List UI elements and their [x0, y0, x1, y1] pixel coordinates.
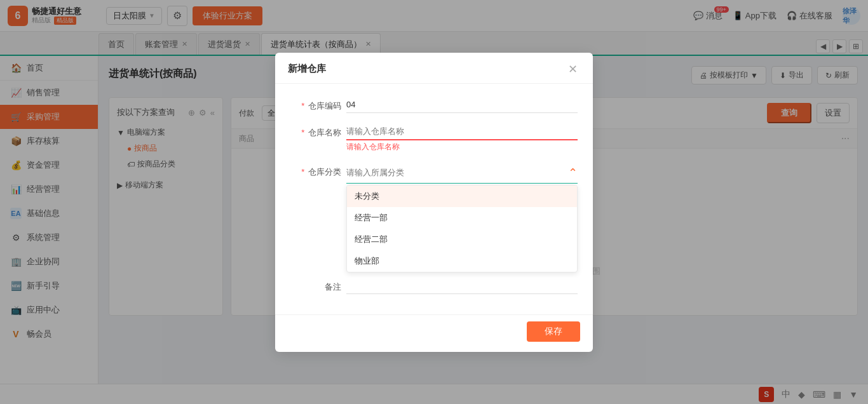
dropdown-item-dept1[interactable]: 经营一部 — [347, 207, 577, 229]
classify-label: * 仓库分类 — [290, 163, 341, 178]
modal-title: 新增仓库 — [288, 63, 326, 75]
classify-wrapper: ⌃ 未分类 经营一部 经营二部 物业部 — [346, 163, 578, 273]
modal-body: * 仓库编码 * 仓库名称 请输入仓库名称 * — [275, 84, 593, 314]
classify-dropdown: 未分类 经营一部 经营二部 物业部 — [346, 185, 578, 273]
dropdown-dept1-label: 经营一部 — [355, 213, 388, 222]
dropdown-unclassified-label: 未分类 — [355, 191, 379, 201]
code-label: * 仓库编码 — [290, 97, 341, 112]
code-required-star: * — [301, 101, 304, 111]
dropdown-item-unclassified[interactable]: 未分类 — [347, 185, 577, 207]
dropdown-item-dept3[interactable]: 物业部 — [347, 250, 577, 272]
form-row-code: * 仓库编码 — [290, 97, 578, 113]
form-row-classify: * 仓库分类 ⌃ 未分类 经营一部 — [290, 163, 578, 273]
save-button[interactable]: 保存 — [527, 321, 580, 342]
dropdown-dept3-label: 物业部 — [355, 256, 379, 266]
classify-input[interactable] — [346, 168, 568, 177]
classify-required-star: * — [301, 167, 304, 177]
classify-arrow-icon[interactable]: ⌃ — [568, 166, 578, 180]
name-input[interactable] — [346, 123, 578, 140]
name-input-wrapper: 请输入仓库名称 — [346, 123, 578, 152]
classify-input-row: ⌃ — [346, 163, 578, 184]
code-input[interactable] — [346, 97, 578, 113]
dropdown-item-dept2[interactable]: 经营二部 — [347, 229, 577, 250]
form-row-note: 备注 — [290, 278, 578, 294]
form-row-name: * 仓库名称 请输入仓库名称 — [290, 123, 578, 152]
note-label: 备注 — [290, 278, 341, 293]
name-required-star: * — [301, 128, 304, 137]
note-input[interactable] — [346, 278, 578, 294]
modal-overlay[interactable]: 新增仓库 ✕ * 仓库编码 * 仓库名称 请输入仓库名称 — [0, 0, 868, 404]
modal-close-button[interactable]: ✕ — [565, 62, 580, 77]
modal-footer: 保存 — [275, 314, 593, 352]
modal-header: 新增仓库 ✕ — [275, 53, 593, 84]
name-error-msg: 请输入仓库名称 — [346, 142, 578, 152]
dropdown-dept2-label: 经营二部 — [355, 234, 388, 244]
modal-new-warehouse: 新增仓库 ✕ * 仓库编码 * 仓库名称 请输入仓库名称 — [275, 53, 593, 352]
name-label: * 仓库名称 — [290, 123, 341, 138]
